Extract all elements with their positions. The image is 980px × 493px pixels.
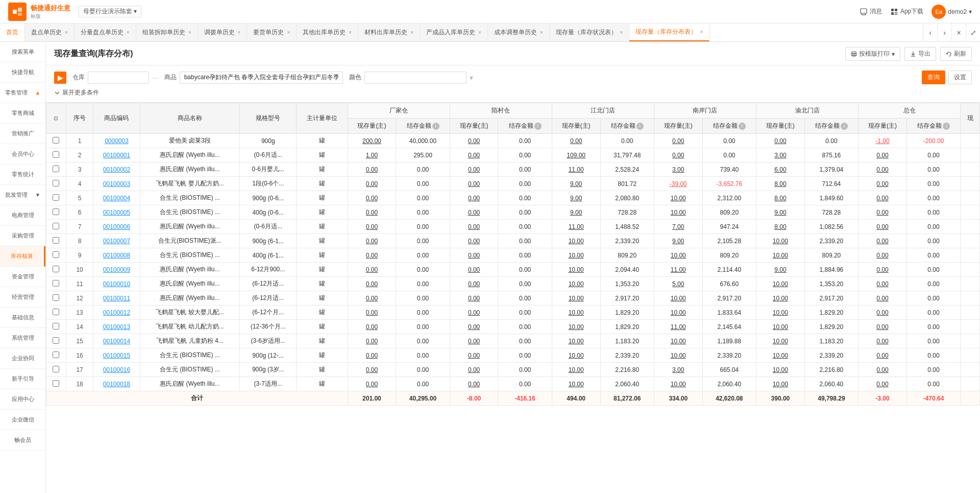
tab-close-inventory-single[interactable]: × bbox=[65, 30, 68, 35]
row-checkbox[interactable] bbox=[46, 234, 66, 248]
row-code[interactable]: 00100005 bbox=[93, 205, 140, 220]
row-code[interactable]: 00100006 bbox=[93, 220, 140, 234]
row-w4-stock[interactable]: 3.00 bbox=[654, 363, 702, 377]
row-w1-stock[interactable]: 0.00 bbox=[348, 377, 396, 391]
row-w5-stock[interactable]: 10.00 bbox=[756, 277, 804, 291]
row-w3-stock[interactable]: 10.00 bbox=[552, 291, 600, 306]
tab-close-inventory-split[interactable]: × bbox=[127, 30, 130, 35]
filter-expand-btn[interactable]: ▶ bbox=[54, 72, 66, 84]
row-w4-stock[interactable]: 11.00 bbox=[654, 320, 702, 334]
tab-stock-status[interactable]: 现存量（库存状况表） × bbox=[550, 24, 630, 41]
tab-close-all-btn[interactable]: × bbox=[951, 24, 966, 41]
export-btn[interactable]: 导出 bbox=[904, 47, 936, 61]
row-w1-stock[interactable]: 0.00 bbox=[348, 334, 396, 348]
row-code[interactable]: 00100002 bbox=[93, 162, 140, 177]
tab-close-combo[interactable]: × bbox=[188, 30, 191, 35]
row-checkbox[interactable] bbox=[46, 377, 66, 391]
row-w3-stock[interactable]: 10.00 bbox=[552, 248, 600, 263]
row-w1-stock[interactable]: 0.00 bbox=[348, 162, 396, 177]
row-w4-stock[interactable]: 11.00 bbox=[654, 263, 702, 277]
row-w5-stock[interactable]: 10.00 bbox=[756, 291, 804, 306]
row-total-stock[interactable]: 0.00 bbox=[859, 377, 907, 391]
row-w5-stock[interactable]: 10.00 bbox=[756, 348, 804, 363]
row-total-stock[interactable]: 0.00 bbox=[859, 248, 907, 263]
row-w3-stock[interactable]: 10.00 bbox=[552, 263, 600, 277]
row-code[interactable]: 00100018 bbox=[93, 377, 140, 391]
sidebar-item-all-members[interactable]: 畅会员 bbox=[0, 430, 45, 451]
row-checkbox[interactable] bbox=[46, 162, 66, 177]
query-btn[interactable]: 查询 bbox=[922, 71, 945, 84]
row-checkbox[interactable] bbox=[46, 177, 66, 191]
row-w2-stock[interactable]: 0.00 bbox=[450, 334, 498, 348]
row-w5-stock[interactable]: 9.00 bbox=[756, 263, 804, 277]
tab-close-purchase[interactable]: × bbox=[287, 30, 290, 35]
row-code[interactable]: 00100013 bbox=[93, 320, 140, 334]
sidebar-item-quick-nav[interactable]: 快捷导航 bbox=[0, 62, 45, 83]
row-w1-stock[interactable]: 0.00 bbox=[348, 348, 396, 363]
row-code[interactable]: 00100001 bbox=[93, 148, 140, 162]
row-w3-stock[interactable]: 10.00 bbox=[552, 363, 600, 377]
row-code[interactable]: 00100016 bbox=[93, 363, 140, 377]
row-w5-stock[interactable]: 6.00 bbox=[756, 162, 804, 177]
row-w1-stock[interactable]: 1.00 bbox=[348, 148, 396, 162]
row-checkbox[interactable] bbox=[46, 248, 66, 263]
sidebar-item-procurement[interactable]: 采购管理 bbox=[0, 226, 45, 246]
row-total-stock[interactable]: 0.00 bbox=[859, 306, 907, 320]
row-total-stock[interactable]: 0.00 bbox=[859, 234, 907, 248]
row-w2-stock[interactable]: 0.00 bbox=[450, 191, 498, 205]
row-w3-stock[interactable]: 9.00 bbox=[552, 177, 600, 191]
row-w5-stock[interactable]: 8.00 bbox=[756, 191, 804, 205]
row-w4-stock[interactable]: 7.00 bbox=[654, 220, 702, 234]
row-w5-stock[interactable]: 10.00 bbox=[756, 248, 804, 263]
w3-amount-info[interactable]: i bbox=[636, 123, 644, 130]
tab-product-in[interactable]: 产成品入库单历史 × bbox=[420, 24, 488, 41]
sidebar-item-marketing[interactable]: 营销推广 bbox=[0, 124, 45, 144]
row-w1-stock[interactable]: 0.00 bbox=[348, 234, 396, 248]
message-btn[interactable]: 消息 bbox=[860, 7, 882, 16]
sidebar-item-finance[interactable]: 资金管理 bbox=[0, 267, 45, 287]
row-checkbox[interactable] bbox=[46, 334, 66, 348]
tab-inventory-split[interactable]: 分量盘点单历史 × bbox=[75, 24, 136, 41]
row-w3-stock[interactable]: 0.00 bbox=[552, 134, 600, 148]
row-w4-stock[interactable]: 10.00 bbox=[654, 248, 702, 263]
row-w3-stock[interactable]: 109.00 bbox=[552, 148, 600, 162]
row-total-stock[interactable]: 0.00 bbox=[859, 148, 907, 162]
row-w2-stock[interactable]: 0.00 bbox=[450, 377, 498, 391]
w1-amount-info[interactable]: i bbox=[432, 123, 439, 130]
total-amount-info[interactable]: i bbox=[943, 123, 950, 130]
warehouse-input[interactable] bbox=[88, 72, 149, 84]
row-w3-stock[interactable]: 9.00 bbox=[552, 205, 600, 220]
row-w5-stock[interactable]: 10.00 bbox=[756, 334, 804, 348]
row-w1-stock[interactable]: 0.00 bbox=[348, 177, 396, 191]
row-w3-stock[interactable]: 10.00 bbox=[552, 234, 600, 248]
col-gear[interactable]: ⚙ bbox=[46, 103, 66, 134]
w5-amount-info[interactable]: i bbox=[841, 123, 848, 130]
tab-cost-adjust[interactable]: 成本调整单历史 × bbox=[488, 24, 550, 41]
tab-transfer[interactable]: 调拨单历史 × bbox=[198, 24, 248, 41]
row-total-stock[interactable]: 0.00 bbox=[859, 320, 907, 334]
user-avatar[interactable]: Ea demo2 ▾ bbox=[932, 5, 972, 19]
row-w5-stock[interactable]: 10.00 bbox=[756, 377, 804, 391]
w2-amount-info[interactable]: i bbox=[534, 123, 542, 130]
row-code[interactable]: 00100003 bbox=[93, 177, 140, 191]
row-checkbox[interactable] bbox=[46, 320, 66, 334]
row-checkbox[interactable] bbox=[46, 191, 66, 205]
row-w5-stock[interactable]: 8.00 bbox=[756, 220, 804, 234]
row-checkbox[interactable] bbox=[46, 205, 66, 220]
row-w1-stock[interactable]: 0.00 bbox=[348, 277, 396, 291]
row-checkbox[interactable] bbox=[46, 263, 66, 277]
row-w4-stock[interactable]: 10.00 bbox=[654, 291, 702, 306]
row-w3-stock[interactable]: 10.00 bbox=[552, 348, 600, 363]
tab-expand-btn[interactable]: ⤢ bbox=[966, 24, 980, 41]
row-w1-stock[interactable]: 0.00 bbox=[348, 220, 396, 234]
row-w2-stock[interactable]: 0.00 bbox=[450, 162, 498, 177]
print-btn[interactable]: 按模版打印 ▾ bbox=[845, 47, 900, 61]
row-w5-stock[interactable]: 3.00 bbox=[756, 148, 804, 162]
row-w1-stock[interactable]: 0.00 bbox=[348, 263, 396, 277]
row-w1-stock[interactable]: 0.00 bbox=[348, 205, 396, 220]
row-w5-stock[interactable]: 10.00 bbox=[756, 320, 804, 334]
row-total-stock[interactable]: 0.00 bbox=[859, 263, 907, 277]
row-w1-stock[interactable]: 0.00 bbox=[348, 306, 396, 320]
row-code[interactable]: 00100007 bbox=[93, 234, 140, 248]
tab-close-cost[interactable]: × bbox=[540, 30, 543, 35]
